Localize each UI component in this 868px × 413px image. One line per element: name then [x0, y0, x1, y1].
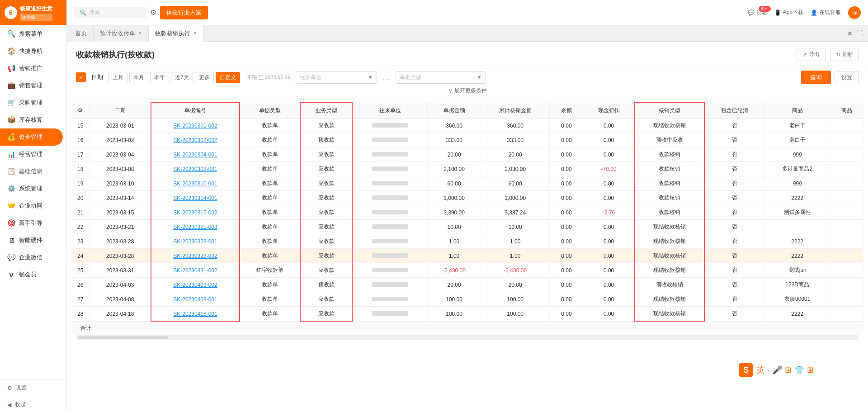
sidebar-item-system[interactable]: ⚙️ 系统管理: [0, 180, 66, 197]
cell-singleno[interactable]: SK-20230302-002: [151, 133, 240, 147]
settings-col-icon[interactable]: ⚙: [78, 107, 83, 114]
sidebar-item-inventory[interactable]: 📦 库存核算: [0, 111, 66, 128]
close-window-icon[interactable]: ✕: [847, 30, 853, 37]
cell-singleno[interactable]: SK-20230408-001: [151, 292, 240, 307]
maximize-icon[interactable]: ⛶: [856, 30, 863, 37]
this-year-btn[interactable]: 本年: [150, 72, 169, 83]
cell-accumulated: 2,030.00: [481, 162, 550, 176]
cell-discount: 0.00: [583, 278, 635, 292]
cell-singleno[interactable]: SK-20230328-002: [151, 249, 240, 263]
sidebar-item-marketing[interactable]: 📢 营销推广: [0, 60, 66, 77]
cell-date: 2023-03-21: [90, 220, 151, 234]
sidebar-item-member[interactable]: V 畅会员: [0, 266, 66, 283]
sidebar-item-sales[interactable]: 💼 销售管理: [0, 77, 66, 94]
tab-home[interactable]: 首页: [69, 25, 94, 42]
horizontal-scrollbar[interactable]: [76, 335, 859, 340]
topbar-search[interactable]: 🔍 搜索: [74, 7, 146, 18]
sidebar-item-hardware[interactable]: 🖥 智能硬件: [0, 232, 66, 249]
cell-biztype: 应收款: [300, 205, 352, 220]
cell-saletype: 现结收款核销: [635, 234, 704, 249]
th-saletype[interactable]: 核销类型: [635, 103, 704, 119]
footer-goods2: [830, 321, 863, 335]
th-accumulated[interactable]: 累计核销金额: [481, 103, 550, 119]
online-service-button[interactable]: 👤 在线客服: [811, 9, 841, 16]
cell-singleno[interactable]: SK-20230301-002: [151, 119, 240, 133]
cell-singleno[interactable]: SK-20230321-003: [151, 220, 240, 234]
cell-balance: 0.00: [550, 119, 583, 133]
sidebar-item-quicknav[interactable]: 🏠 快捷导航: [0, 43, 66, 60]
th-goods2[interactable]: 商品: [830, 103, 863, 119]
tab-close-prepay[interactable]: ✕: [138, 30, 142, 36]
tab-payment-writeoff[interactable]: 收款核销执行 ✕: [149, 25, 204, 42]
scrollbar-thumb[interactable]: [78, 336, 168, 339]
sidebar-item-guide[interactable]: 🎯 新手引导: [0, 214, 66, 232]
th-date[interactable]: 日期: [90, 103, 151, 119]
filter-toggle-btn[interactable]: »: [76, 72, 86, 82]
sidebar-item-wechat[interactable]: 💬 企业微信: [0, 249, 66, 266]
inventory-icon: 📦: [7, 116, 15, 124]
th-biztype[interactable]: 业务类型: [300, 103, 352, 119]
cell-singleno[interactable]: SK-20230304-001: [151, 147, 240, 162]
cell-goods1: 衣服00001: [765, 292, 830, 307]
last-month-btn[interactable]: 上月: [108, 72, 127, 83]
more-date-btn[interactable]: 更多: [195, 72, 214, 83]
partner-filter[interactable]: 往来单位 ▼: [296, 71, 377, 84]
cell-saletype: 预收款核销: [635, 278, 704, 292]
sidebar-item-search[interactable]: 🔍 搜索菜单: [0, 25, 66, 43]
cell-date: 2023-03-01: [90, 119, 151, 133]
cell-singleno[interactable]: SK-20230310-001: [151, 176, 240, 191]
receipt-type-filter[interactable]: 单据类型 ▼: [396, 71, 486, 84]
cell-date: 2023-03-28: [90, 249, 151, 263]
message-button[interactable]: 💬 消息 99+: [748, 9, 767, 16]
th-amount[interactable]: 单据金额: [428, 103, 481, 119]
export-button[interactable]: ↗ 导出: [797, 48, 826, 61]
search-icon: 🔍: [7, 30, 15, 38]
query-button[interactable]: 查询: [801, 71, 831, 84]
tab-prepay[interactable]: 预计应收付单 ✕: [94, 25, 149, 42]
th-singleno[interactable]: 单据编号: [151, 103, 240, 119]
sidebar-item-purchase[interactable]: 🛒 采购管理: [0, 94, 66, 111]
cell-singleno[interactable]: SK-20230328-001: [151, 234, 240, 249]
th-balance[interactable]: 余额: [550, 103, 583, 119]
custom-date-btn[interactable]: 自定义: [216, 72, 240, 83]
this-month-btn[interactable]: 本月: [129, 72, 148, 83]
refresh-button[interactable]: ↻ 刷新: [830, 48, 859, 61]
th-goods1[interactable]: 商品: [765, 103, 830, 119]
cell-included: 否: [704, 220, 765, 234]
tab-close-writeoff[interactable]: ✕: [193, 30, 197, 36]
sidebar-item-operation[interactable]: 📊 经营管理: [0, 146, 66, 163]
hardware-icon: 🖥: [7, 237, 15, 244]
sidebar-item-finance[interactable]: 💰 资金管理: [0, 128, 63, 146]
cell-biztype: 应收款: [300, 191, 352, 205]
th-singletype[interactable]: 单据类型: [240, 103, 301, 119]
cell-singleno[interactable]: SK-20230308-001: [151, 162, 240, 176]
sidebar-settings-btn[interactable]: ⚙ 设置: [0, 380, 66, 396]
service-icon: 👤: [811, 9, 817, 16]
app-download-button[interactable]: 📱 App下载: [774, 9, 803, 16]
cell-goods2: [830, 292, 863, 307]
last-7-days-btn[interactable]: 近7天: [171, 72, 193, 83]
cell-singleno[interactable]: SK-20230314-001: [151, 191, 240, 205]
cell-singleno[interactable]: SK-20230418-001: [151, 307, 240, 322]
cell-singleno[interactable]: SK-20230315-002: [151, 205, 240, 220]
cell-partner: [352, 292, 428, 307]
topbar-gear-icon[interactable]: ⚙: [150, 8, 156, 17]
solution-button[interactable]: 体验行业方案: [160, 6, 208, 19]
th-partner[interactable]: 往来单位: [352, 103, 428, 119]
cell-singleno[interactable]: SK-20230331-002: [151, 263, 240, 278]
user-avatar[interactable]: Rit: [848, 6, 861, 19]
cell-rownum: 28: [71, 307, 90, 322]
table-setting-btn[interactable]: 设置: [835, 71, 859, 84]
cell-balance: 0.00: [550, 278, 583, 292]
sidebar-item-enterprise[interactable]: 🤝 企业协同: [0, 197, 66, 214]
sidebar-collapse-btn[interactable]: ◀ 收起: [0, 396, 66, 413]
collapse-icon: ◀: [7, 402, 11, 408]
sidebar-item-basic[interactable]: 📋 基础信息: [0, 163, 66, 180]
cell-singleno[interactable]: SK-20230403-002: [151, 278, 240, 292]
footer-discount: [583, 321, 635, 335]
th-included[interactable]: 包含已结清: [704, 103, 765, 119]
th-discount[interactable]: 现金折扣: [583, 103, 635, 119]
expand-more-btn[interactable]: ∨ 展开更多条件: [76, 87, 859, 95]
cell-amount: 20.00: [428, 147, 481, 162]
tabs-window-controls: ✕ ⛶: [847, 30, 868, 37]
